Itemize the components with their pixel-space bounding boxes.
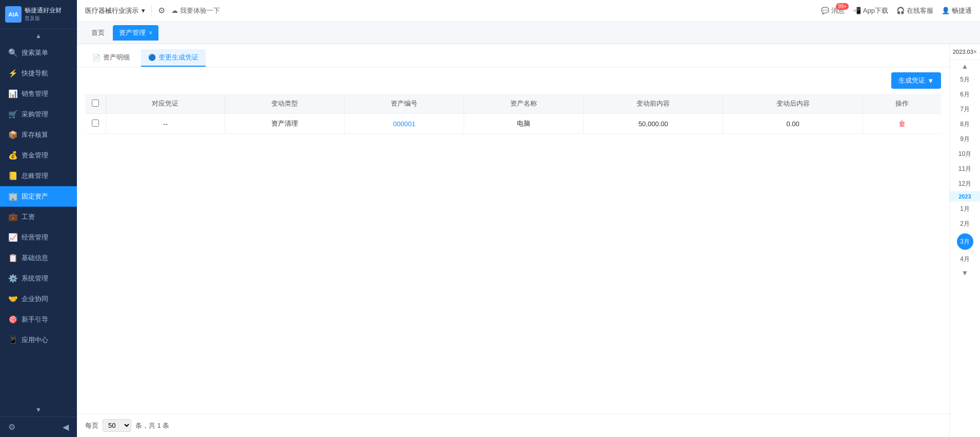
subtab-asset-detail[interactable]: 📄 资产明细 bbox=[85, 49, 137, 67]
tab-asset-management[interactable]: 资产管理 × bbox=[113, 25, 158, 41]
sidebar: AtA 畅捷通好业财 普及版 ▲ 🔍 搜索菜单 ⚡ 快捷导航 📊 销售管理 🛒 … bbox=[0, 0, 77, 437]
calendar-scroll-down[interactable]: ▼ bbox=[950, 267, 980, 279]
sidebar-item-management[interactable]: 📈 经营管理 bbox=[0, 227, 77, 248]
tab-close-icon[interactable]: × bbox=[149, 29, 152, 36]
content-area: 📄 资产明细 🔵 变更生成凭证 生成凭证 ▼ bbox=[77, 44, 980, 437]
calendar-month-2023-2[interactable]: 2月 bbox=[950, 216, 980, 231]
sidebar-item-ledger[interactable]: 📒 总账管理 bbox=[0, 166, 77, 186]
td-change-type: 资产清理 bbox=[225, 114, 345, 134]
app-download-btn[interactable]: 📲 App下载 bbox=[853, 6, 888, 15]
sidebar-down-btn[interactable]: ▼ bbox=[34, 405, 43, 414]
sidebar-logo: AtA 畅捷通好业财 普及版 bbox=[0, 0, 77, 29]
finance-icon: 💰 bbox=[8, 151, 17, 160]
subtab-change-voucher[interactable]: 🔵 变更生成凭证 bbox=[141, 49, 206, 67]
sidebar-item-label: 系统管理 bbox=[22, 274, 48, 283]
sidebar-nav: 🔍 搜索菜单 ⚡ 快捷导航 📊 销售管理 🛒 采购管理 📦 库存核算 💰 资金管… bbox=[0, 43, 77, 403]
tab-home[interactable]: 首页 bbox=[85, 25, 111, 41]
topbar-divider bbox=[151, 6, 152, 16]
content-main: 📄 资产明细 🔵 变更生成凭证 生成凭证 ▼ bbox=[77, 44, 949, 437]
topbar: 医疗器械行业演示 ▾ ⚙ ☁ 我要体验一下 💬 消息 99 📲 App下载 🎧 … bbox=[77, 0, 980, 22]
experience-btn[interactable]: ☁ 我要体验一下 bbox=[171, 6, 220, 15]
td-operation: 🗑 bbox=[863, 114, 941, 134]
sidebar-item-label: 新手引导 bbox=[22, 315, 48, 324]
calendar-month-10[interactable]: 10月 bbox=[950, 147, 980, 162]
sidebar-item-system[interactable]: ⚙️ 系统管理 bbox=[0, 268, 77, 289]
logo-text: 畅捷通好业财 bbox=[25, 7, 62, 15]
sidebar-bottom: ⚙ ◀ bbox=[0, 416, 77, 437]
sidebar-item-label: 快捷导航 bbox=[22, 69, 48, 78]
sidebar-up-btn[interactable]: ▲ bbox=[34, 31, 43, 41]
sidebar-item-label: 搜索菜单 bbox=[22, 48, 48, 57]
sidebar-item-basic-info[interactable]: 📋 基础信息 bbox=[0, 248, 77, 268]
right-panel-header: 2023.03 × ⤢ bbox=[950, 44, 980, 60]
message-badge: 99 bbox=[836, 3, 849, 10]
sidebar-item-quick-nav[interactable]: ⚡ 快捷导航 bbox=[0, 63, 77, 84]
sidebar-item-search[interactable]: 🔍 搜索菜单 bbox=[0, 43, 77, 63]
th-before-change: 变动前内容 bbox=[584, 94, 723, 114]
calendar-year-2023[interactable]: 2023 bbox=[950, 191, 980, 202]
asset-detail-icon: 📄 bbox=[92, 54, 101, 62]
sidebar-item-sales[interactable]: 📊 销售管理 bbox=[0, 84, 77, 104]
customer-service-btn[interactable]: 🎧 在线客服 bbox=[896, 6, 933, 15]
app-download-label: App下载 bbox=[863, 6, 888, 15]
panel-close-btn[interactable]: × bbox=[973, 48, 977, 55]
td-asset-no: 000001 bbox=[345, 114, 464, 134]
user-label: 畅捷通 bbox=[952, 6, 972, 15]
enterprise-icon: 🤝 bbox=[8, 294, 17, 304]
calendar-month-9[interactable]: 9月 bbox=[950, 132, 980, 147]
sidebar-item-purchase[interactable]: 🛒 采购管理 bbox=[0, 104, 77, 125]
calendar-month-5[interactable]: 5月 bbox=[950, 72, 980, 87]
sidebar-item-label: 固定资产 bbox=[22, 192, 48, 201]
data-table: 对应凭证 变动类型 资产编号 资产名称 变动前内容 变动后内容 操作 bbox=[85, 94, 941, 134]
delete-icon[interactable]: 🗑 bbox=[898, 120, 906, 128]
cloud-icon: ☁ bbox=[171, 7, 178, 14]
user-icon: 👤 bbox=[942, 7, 950, 14]
total-label: 条，共 1 条 bbox=[135, 421, 169, 430]
calendar-month-2023-3[interactable]: 3月 bbox=[957, 233, 973, 250]
calendar-month-7[interactable]: 7月 bbox=[950, 102, 980, 117]
fixed-assets-icon: 🏢 bbox=[8, 192, 17, 201]
company-selector[interactable]: 医疗器械行业演示 ▾ bbox=[85, 6, 145, 15]
sidebar-item-guide[interactable]: 🎯 新手引导 bbox=[0, 309, 77, 330]
calendar-scroll-up[interactable]: ▲ bbox=[950, 60, 980, 72]
payroll-icon: 💼 bbox=[8, 212, 17, 222]
experience-label: 我要体验一下 bbox=[180, 6, 220, 15]
generate-voucher-label: 生成凭证 bbox=[898, 76, 925, 85]
td-checkbox bbox=[85, 114, 106, 134]
calendar-month-2023-1[interactable]: 1月 bbox=[950, 202, 980, 216]
sidebar-item-payroll[interactable]: 💼 工资 bbox=[0, 207, 77, 227]
select-all-checkbox[interactable] bbox=[92, 100, 99, 107]
sidebar-item-label: 工资 bbox=[22, 212, 35, 222]
settings-icon[interactable]: ⚙ bbox=[8, 422, 15, 432]
th-voucher: 对应凭证 bbox=[106, 94, 225, 114]
sidebar-item-label: 基础信息 bbox=[22, 253, 48, 263]
calendar-month-11[interactable]: 11月 bbox=[950, 162, 980, 176]
message-btn[interactable]: 💬 消息 99 bbox=[821, 6, 845, 15]
system-icon: ⚙️ bbox=[8, 274, 17, 283]
th-asset-no: 资产编号 bbox=[345, 94, 464, 114]
calendar-month-12[interactable]: 12月 bbox=[950, 176, 980, 191]
sidebar-item-app-center[interactable]: 📱 应用中心 bbox=[0, 330, 77, 350]
th-change-type: 变动类型 bbox=[225, 94, 345, 114]
generate-voucher-arrow: ▼ bbox=[927, 77, 934, 85]
sidebar-item-finance[interactable]: 💰 资金管理 bbox=[0, 145, 77, 166]
sidebar-item-inventory[interactable]: 📦 库存核算 bbox=[0, 125, 77, 145]
sidebar-item-fixed-assets[interactable]: 🏢 固定资产 bbox=[0, 186, 77, 207]
calendar-month-6[interactable]: 6月 bbox=[950, 87, 980, 102]
user-btn[interactable]: 👤 畅捷通 bbox=[942, 6, 972, 15]
panel-title: 2023.03 bbox=[953, 49, 973, 55]
generate-voucher-btn[interactable]: 生成凭证 ▼ bbox=[891, 72, 941, 89]
message-icon: 💬 bbox=[821, 7, 829, 14]
row-checkbox[interactable] bbox=[92, 120, 99, 127]
management-icon: 📈 bbox=[8, 233, 17, 242]
sidebar-item-label: 库存核算 bbox=[22, 130, 48, 140]
collapse-icon[interactable]: ◀ bbox=[63, 422, 69, 432]
topbar-settings-icon[interactable]: ⚙ bbox=[158, 6, 165, 15]
calendar-month-8[interactable]: 8月 bbox=[950, 117, 980, 132]
per-page-select[interactable]: 10 20 50 100 bbox=[103, 419, 131, 432]
customer-service-icon: 🎧 bbox=[896, 7, 905, 14]
sidebar-item-enterprise[interactable]: 🤝 企业协同 bbox=[0, 289, 77, 309]
right-panel: 2023.03 × ⤢ ▲ 5月 6月 7月 8月 9月 10月 11月 12月… bbox=[949, 44, 980, 437]
calendar-month-2023-4[interactable]: 4月 bbox=[950, 252, 980, 267]
pagination: 每页 10 20 50 100 条，共 1 条 bbox=[77, 413, 949, 437]
